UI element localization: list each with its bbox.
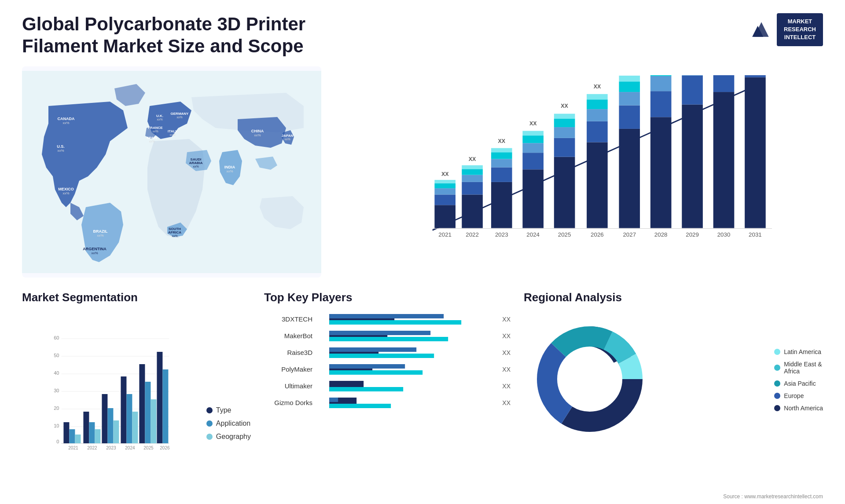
svg-rect-71 xyxy=(587,94,608,99)
legend-geography-dot xyxy=(206,434,213,440)
svg-text:xx%: xx% xyxy=(157,118,162,121)
svg-rect-159 xyxy=(329,347,416,352)
svg-text:2021: 2021 xyxy=(438,231,452,237)
svg-text:xx%: xx% xyxy=(193,165,198,168)
player-bar-makerbot xyxy=(317,330,496,342)
svg-text:MEXICO: MEXICO xyxy=(58,187,74,191)
player-name-ultimaker: Ultimaker xyxy=(264,382,312,390)
svg-text:ARABIA: ARABIA xyxy=(189,161,202,165)
legend-europe: Europe xyxy=(774,392,823,399)
svg-rect-145 xyxy=(139,364,145,443)
svg-text:2029: 2029 xyxy=(686,231,699,237)
svg-text:40: 40 xyxy=(54,370,59,376)
svg-text:xx%: xx% xyxy=(91,251,98,255)
market-bar-chart: XX XX XX XX xyxy=(361,75,814,251)
svg-rect-56 xyxy=(522,153,544,169)
player-name-3dxtech: 3DXTECH xyxy=(264,315,312,323)
svg-rect-41 xyxy=(434,180,456,183)
svg-rect-40 xyxy=(434,183,456,188)
svg-text:2024: 2024 xyxy=(526,231,540,237)
svg-rect-86 xyxy=(682,76,703,105)
svg-rect-87 xyxy=(682,75,703,76)
svg-rect-67 xyxy=(587,142,608,228)
legend-geography: Geography xyxy=(206,433,251,441)
svg-text:20: 20 xyxy=(54,405,59,411)
svg-text:U.K.: U.K. xyxy=(156,114,163,118)
svg-rect-68 xyxy=(587,121,608,142)
svg-text:2023: 2023 xyxy=(106,446,116,450)
regional-legend: Latin America Middle East &Africa Asia P… xyxy=(774,348,823,412)
svg-text:50: 50 xyxy=(54,353,59,358)
player-value-raise3d: XX xyxy=(502,349,511,356)
player-value-polymaker: XX xyxy=(502,366,511,373)
player-value-gizmo: XX xyxy=(502,399,511,406)
svg-text:JAPAN: JAPAN xyxy=(282,134,294,138)
svg-rect-77 xyxy=(619,76,640,81)
svg-text:2026: 2026 xyxy=(160,446,170,450)
player-bar-raise3d xyxy=(317,347,496,359)
svg-rect-142 xyxy=(126,394,132,443)
legend-asia-label: Asia Pacific xyxy=(784,380,816,387)
player-value-makerbot: XX xyxy=(502,332,511,340)
svg-rect-57 xyxy=(522,143,544,153)
svg-rect-75 xyxy=(619,92,640,105)
svg-text:CANADA: CANADA xyxy=(58,117,75,121)
player-bar-ultimaker xyxy=(317,380,496,392)
svg-point-175 xyxy=(567,357,612,402)
player-bar-svg-gizmo xyxy=(317,397,496,409)
legend-latin-dot xyxy=(774,349,780,355)
legend-asia-dot xyxy=(774,380,780,387)
svg-rect-62 xyxy=(554,138,575,157)
svg-text:CHINA: CHINA xyxy=(251,129,264,133)
logo-area: MARKET RESEARCH INTELLECT xyxy=(750,13,823,46)
svg-text:BRAZIL: BRAZIL xyxy=(93,229,108,234)
svg-rect-156 xyxy=(329,331,430,335)
svg-rect-160 xyxy=(329,354,434,358)
svg-rect-135 xyxy=(95,429,100,443)
svg-rect-43 xyxy=(462,194,483,228)
svg-text:2023: 2023 xyxy=(495,231,508,237)
svg-text:GERMANY: GERMANY xyxy=(171,112,189,116)
legend-latin-america: Latin America xyxy=(774,348,823,355)
svg-rect-146 xyxy=(145,382,151,443)
svg-rect-154 xyxy=(329,320,461,325)
regional-title: Regional Analysis xyxy=(524,291,823,304)
svg-rect-37 xyxy=(434,205,456,228)
svg-rect-163 xyxy=(329,370,422,375)
legend-europe-label: Europe xyxy=(784,392,804,399)
player-bar-gizmo xyxy=(317,397,496,409)
svg-text:FRANCE: FRANCE xyxy=(148,126,163,130)
svg-rect-130 xyxy=(69,429,75,443)
page-container: Global Polycarbonate 3D Printer Filament… xyxy=(0,0,845,504)
svg-rect-141 xyxy=(121,376,126,443)
donut-chart-container xyxy=(524,313,765,447)
top-section: CANADA xx% U.S. xx% MEXICO xx% BRAZIL xx… xyxy=(22,66,823,278)
svg-text:U.S.: U.S. xyxy=(57,144,65,149)
logo-text: MARKET RESEARCH INTELLECT xyxy=(777,13,823,46)
svg-rect-38 xyxy=(434,194,456,205)
legend-type-label: Type xyxy=(216,406,231,414)
svg-text:INDIA: INDIA xyxy=(224,165,235,169)
svg-rect-169 xyxy=(329,404,391,408)
legend-na-label: North America xyxy=(784,405,823,412)
player-row-makerbot: MakerBot XX xyxy=(264,330,511,342)
player-name-raise3d: Raise3D xyxy=(264,349,312,356)
player-bar-svg-raise3d xyxy=(317,347,496,359)
svg-text:2026: 2026 xyxy=(591,231,604,237)
svg-rect-98 xyxy=(745,75,766,77)
map-container: CANADA xx% U.S. xx% MEXICO xx% BRAZIL xx… xyxy=(22,66,321,278)
svg-text:xx%: xx% xyxy=(149,140,154,143)
svg-rect-157 xyxy=(329,337,448,341)
player-row-polymaker: PolyMaker XX xyxy=(264,363,511,376)
svg-rect-91 xyxy=(713,92,735,228)
legend-type-dot xyxy=(206,407,213,413)
svg-rect-97 xyxy=(745,77,766,228)
segmentation-legend: Type Application Geography xyxy=(206,406,251,454)
svg-text:2030: 2030 xyxy=(717,231,731,237)
svg-rect-133 xyxy=(83,412,89,443)
legend-type: Type xyxy=(206,406,251,414)
svg-text:xx%: xx% xyxy=(62,121,69,125)
svg-rect-50 xyxy=(491,167,512,182)
svg-rect-51 xyxy=(491,159,512,167)
svg-rect-65 xyxy=(554,113,575,118)
